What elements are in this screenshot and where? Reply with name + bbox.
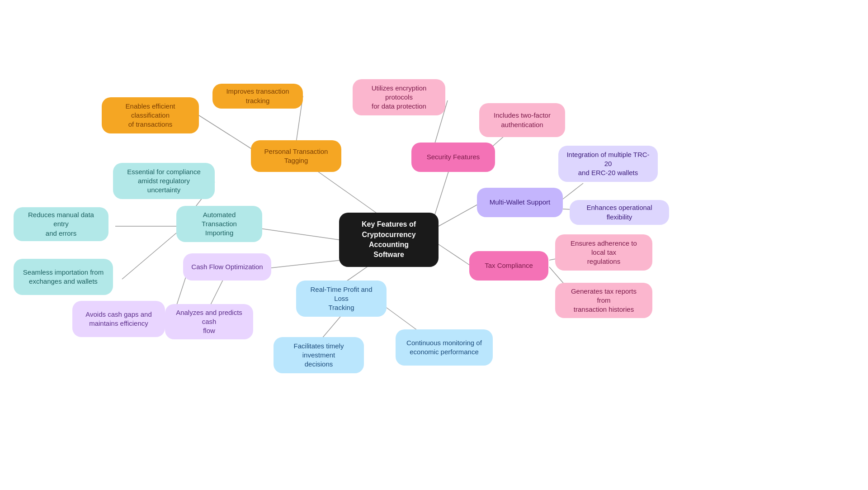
ensures-adherence-node: Ensures adherence to local tax regulatio…: [555, 234, 652, 271]
personal-tagging-node: Personal Transaction Tagging: [251, 140, 341, 172]
center-node: Key Features of Cryptocurrency Accountin…: [339, 213, 439, 267]
personal-tagging-label: Personal Transaction Tagging: [259, 147, 333, 166]
realtime-profit-label: Real-Time Profit and Loss Tracking: [304, 285, 378, 313]
improves-tracking-node: Improves transaction tracking: [212, 84, 303, 109]
enables-classification-label: Enables efficient classification of tran…: [110, 102, 191, 129]
center-label: Key Features of Cryptocurrency Accountin…: [347, 219, 430, 260]
svg-line-2: [199, 115, 252, 149]
utilizes-encryption-node: Utilizes encryption protocols for data p…: [353, 79, 445, 115]
enhances-flexibility-node: Enhances operational flexibility: [570, 200, 669, 225]
seamless-importation-label: Seamless importation from exchanges and …: [23, 268, 104, 286]
svg-line-19: [439, 244, 472, 267]
security-features-label: Security Features: [427, 152, 480, 162]
generates-tax-label: Generates tax reports from transaction h…: [563, 287, 644, 314]
facilitates-investment-label: Facilitates timely investment decisions: [282, 342, 356, 369]
tax-compliance-node: Tax Compliance: [469, 251, 548, 281]
automated-importing-node: Automated Transaction Importing: [176, 206, 262, 242]
svg-line-16: [439, 204, 479, 226]
includes-2fa-label: Includes two-factor authentication: [494, 111, 551, 129]
avoids-cash-node: Avoids cash gaps and maintains efficienc…: [72, 301, 165, 337]
svg-line-11: [322, 314, 342, 338]
cash-flow-label: Cash Flow Optimization: [191, 262, 263, 271]
analyzes-predicts-label: Analyzes and predicts cash flow: [173, 308, 245, 336]
generates-tax-node: Generates tax reports from transaction h…: [555, 283, 652, 318]
enhances-flexibility-label: Enhances operational flexibility: [578, 203, 661, 222]
reduces-manual-label: Reduces manual data entry and errors: [22, 210, 100, 238]
facilitates-investment-node: Facilitates timely investment decisions: [274, 337, 364, 373]
includes-2fa-node: Includes two-factor authentication: [479, 103, 565, 137]
automated-importing-label: Automated Transaction Importing: [184, 210, 254, 238]
svg-line-17: [563, 183, 583, 199]
continuous-monitoring-node: Continuous monitoring of economic perfor…: [396, 329, 493, 366]
reduces-manual-node: Reduces manual data entry and errors: [14, 207, 108, 241]
tax-compliance-label: Tax Compliance: [485, 261, 533, 270]
integration-trc-label: Integration of multiple TRC-20 and ERC-2…: [566, 150, 650, 178]
analyzes-predicts-node: Analyzes and predicts cash flow: [165, 304, 253, 339]
utilizes-encryption-label: Utilizes encryption protocols for data p…: [361, 84, 437, 111]
continuous-monitoring-label: Continuous monitoring of economic perfor…: [406, 338, 482, 357]
realtime-profit-node: Real-Time Profit and Loss Tracking: [296, 281, 387, 317]
enables-classification-node: Enables efficient classification of tran…: [102, 97, 199, 133]
avoids-cash-label: Avoids cash gaps and maintains efficienc…: [85, 310, 152, 328]
multiwallet-label: Multi-Wallet Support: [490, 198, 551, 207]
ensures-adherence-label: Ensures adherence to local tax regulatio…: [563, 239, 644, 266]
svg-line-6: [122, 233, 176, 279]
security-features-node: Security Features: [411, 143, 495, 172]
integration-trc-node: Integration of multiple TRC-20 and ERC-2…: [558, 146, 658, 182]
multiwallet-node: Multi-Wallet Support: [477, 188, 563, 217]
seamless-importation-node: Seamless importation from exchanges and …: [14, 259, 113, 295]
cash-flow-node: Cash Flow Optimization: [183, 253, 271, 281]
svg-line-12: [387, 308, 420, 333]
svg-line-7: [271, 260, 341, 268]
essential-compliance-label: Essential for compliance amidst regulato…: [121, 167, 207, 195]
essential-compliance-node: Essential for compliance amidst regulato…: [113, 163, 215, 199]
improves-tracking-label: Improves transaction tracking: [221, 87, 295, 105]
